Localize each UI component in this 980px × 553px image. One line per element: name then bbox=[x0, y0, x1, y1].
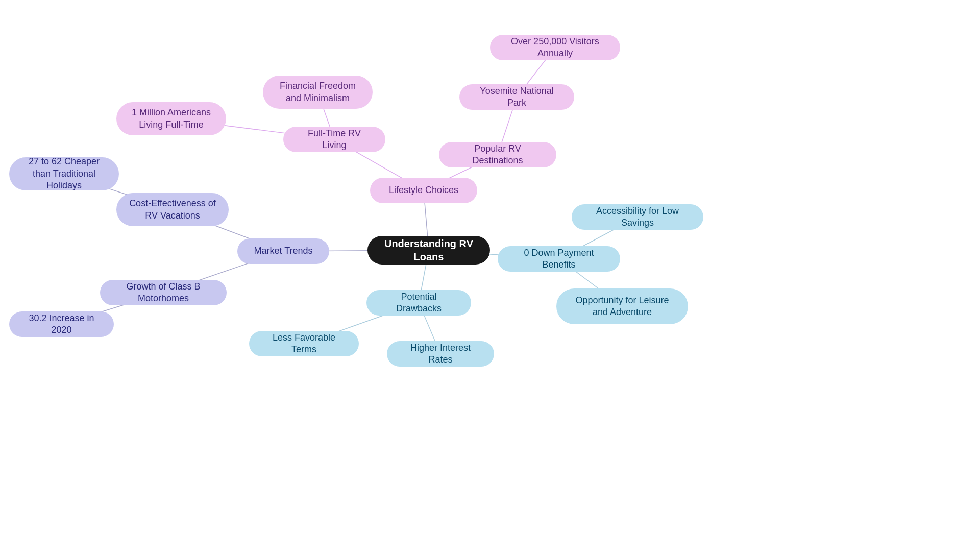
less-favorable-node[interactable]: Less Favorable Terms bbox=[249, 331, 359, 356]
class-b-node[interactable]: Growth of Class B Motorhomes bbox=[100, 280, 227, 305]
central-label: Understanding RV Loans bbox=[379, 237, 479, 263]
increase-2020-node[interactable]: 30.2 Increase in 2020 bbox=[9, 311, 114, 337]
popular-label: Popular RV Destinations bbox=[450, 143, 545, 167]
popular-destinations-node[interactable]: Popular RV Destinations bbox=[439, 142, 556, 167]
classb-label: Growth of Class B Motorhomes bbox=[111, 281, 215, 305]
market-label: Market Trends bbox=[254, 245, 312, 257]
accessibility-node[interactable]: Accessibility for Low Savings bbox=[572, 204, 703, 230]
visitors-label: Over 250,000 Visitors Annually bbox=[501, 36, 609, 60]
fulltime-label: Full-Time RV Living bbox=[295, 128, 374, 152]
higher-interest-node[interactable]: Higher Interest Rates bbox=[387, 341, 494, 367]
cheaper-label: 27 to 62 Cheaper than Traditional Holida… bbox=[20, 156, 108, 191]
financial-label: Financial Freedom and Minimalism bbox=[274, 80, 361, 104]
drawbacks-label: Potential Drawbacks bbox=[378, 291, 460, 315]
lifestyle-label: Lifestyle Choices bbox=[389, 184, 458, 196]
cost-effectiveness-node[interactable]: Cost-Effectiveness of RV Vacations bbox=[116, 193, 229, 226]
leisure-label: Opportunity for Leisure and Adventure bbox=[568, 295, 677, 319]
less-label: Less Favorable Terms bbox=[260, 332, 348, 356]
increase-label: 30.2 Increase in 2020 bbox=[20, 312, 103, 336]
lifestyle-choices-node[interactable]: Lifestyle Choices bbox=[370, 178, 477, 203]
higher-label: Higher Interest Rates bbox=[398, 342, 483, 366]
down-payment-node[interactable]: 0 Down Payment Benefits bbox=[498, 246, 620, 272]
cheaper-node[interactable]: 27 to 62 Cheaper than Traditional Holida… bbox=[9, 157, 119, 190]
leisure-adventure-node[interactable]: Opportunity for Leisure and Adventure bbox=[556, 288, 688, 324]
million-americans-node[interactable]: 1 Million Americans Living Full-Time bbox=[116, 102, 226, 135]
million-label: 1 Million Americans Living Full-Time bbox=[128, 107, 215, 131]
cost-label: Cost-Effectiveness of RV Vacations bbox=[128, 198, 217, 222]
fulltime-rv-node[interactable]: Full-Time RV Living bbox=[283, 127, 385, 152]
yosemite-label: Yosemite National Park bbox=[471, 85, 563, 109]
central-node[interactable]: Understanding RV Loans bbox=[368, 236, 490, 265]
financial-freedom-node[interactable]: Financial Freedom and Minimalism bbox=[263, 76, 373, 109]
downpayment-label: 0 Down Payment Benefits bbox=[509, 247, 609, 271]
market-trends-node[interactable]: Market Trends bbox=[237, 238, 329, 264]
potential-drawbacks-node[interactable]: Potential Drawbacks bbox=[366, 290, 471, 316]
yosemite-node[interactable]: Yosemite National Park bbox=[459, 84, 574, 110]
accessibility-label: Accessibility for Low Savings bbox=[583, 205, 692, 229]
visitors-node[interactable]: Over 250,000 Visitors Annually bbox=[490, 35, 620, 60]
